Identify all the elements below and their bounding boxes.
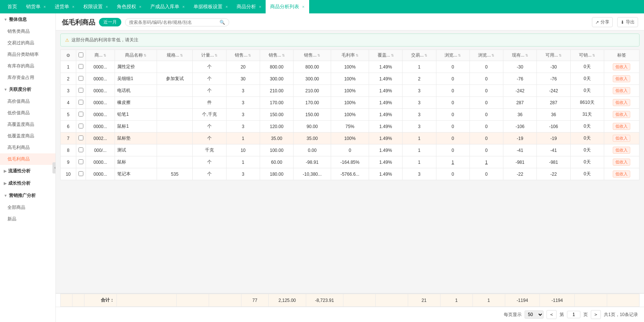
next-page-button[interactable]: ＞ (591, 310, 601, 319)
sidebar-collapse-button[interactable]: « (52, 162, 56, 173)
views1-link[interactable]: 1 (452, 160, 454, 165)
search-icon[interactable]: 🔍 (220, 20, 225, 25)
close-icon[interactable]: × (44, 4, 46, 9)
share-button[interactable]: ↗ 分享 (592, 17, 613, 27)
settings-icon[interactable]: ⚙ (66, 53, 70, 58)
page-input[interactable] (567, 311, 580, 318)
col-unit[interactable]: 计量...⇅ (193, 50, 226, 61)
views2-link[interactable]: 1 (485, 160, 488, 165)
nav-item-product-entry[interactable]: 产成品入库单 × (146, 0, 189, 13)
row-name[interactable]: 属性定价 (115, 61, 157, 73)
nav-item-purchase[interactable]: 进货单 × (50, 0, 79, 13)
sidebar-item-new-products[interactable]: 新品 (0, 213, 55, 225)
row-name[interactable]: 吴细细1 (115, 73, 157, 85)
nav-item-analysis[interactable]: 商品分析 × (232, 0, 266, 13)
col-sales-qty[interactable]: 销售...⇅ (226, 50, 260, 61)
row-name[interactable]: 电话机 (115, 85, 157, 97)
sidebar-item-category-rate[interactable]: 商品分类助销率 (0, 49, 55, 60)
tag-badge: 低收入 (613, 99, 630, 106)
sidebar-item-high-value[interactable]: 高价值商品 (0, 96, 55, 107)
sidebar-item-traded-products[interactable]: 交易过的商品 (0, 37, 55, 49)
row-views1[interactable]: 0 (436, 133, 470, 144)
row-code: 0000... (86, 109, 115, 121)
col-sellable-days[interactable]: 可销...⇅ (570, 50, 604, 61)
sidebar-item-low-coverage[interactable]: 低覆盖度商品 (0, 130, 55, 142)
nav-item-permissions[interactable]: 权限设置 × (79, 0, 112, 13)
row-views1[interactable]: 0 (436, 73, 470, 85)
row-views1[interactable]: 0 (436, 61, 470, 73)
row-name[interactable]: 测试 (115, 144, 157, 156)
row-checkbox[interactable] (79, 100, 83, 105)
close-icon[interactable]: × (259, 4, 261, 9)
prev-page-button[interactable]: ＜ (547, 310, 557, 319)
row-checkbox[interactable] (79, 147, 83, 152)
export-button[interactable]: ⬇ 导出 (617, 17, 638, 27)
close-icon[interactable]: × (302, 4, 304, 9)
col-available-stock[interactable]: 可用...⇅ (537, 50, 570, 61)
sidebar-item-stock-products[interactable]: 有库存的商品 (0, 60, 55, 72)
row-no: 8 (61, 144, 76, 156)
row-views1[interactable]: 0 (436, 109, 470, 121)
sidebar-section-overall[interactable]: ▼ 整体信息 (0, 13, 55, 26)
col-transactions[interactable]: 交易...⇅ (403, 50, 436, 61)
search-input[interactable] (129, 20, 218, 25)
row-checkbox[interactable] (79, 136, 83, 140)
row-views1[interactable]: 0 (436, 97, 470, 109)
row-views1[interactable]: 0 (436, 85, 470, 97)
tag-badge: 低收入 (613, 135, 630, 142)
row-checkbox[interactable] (79, 64, 83, 69)
col-name[interactable]: 商品名称⇅ (115, 50, 157, 61)
col-views1[interactable]: 浏览...⇅ (436, 50, 470, 61)
time-filter-button[interactable]: 近一月 (99, 18, 121, 26)
row-checkbox[interactable] (79, 76, 83, 81)
col-tag[interactable]: 标签 (604, 50, 639, 61)
sidebar-item-inventory-capital[interactable]: 库存资金占用 (0, 72, 55, 83)
row-checkbox[interactable] (79, 88, 83, 93)
sidebar-item-low-value[interactable]: 低价值商品 (0, 107, 55, 119)
col-sales-price[interactable]: 销售...⇅ (260, 50, 293, 61)
sidebar-section-marketing[interactable]: ▼ 营销推广分析 (0, 189, 55, 202)
close-icon[interactable]: × (225, 4, 228, 9)
row-name[interactable]: 鼠标1 (115, 121, 157, 133)
nav-item-home[interactable]: 首页 (3, 0, 22, 13)
col-spec[interactable]: 规格...⇅ (157, 50, 193, 61)
col-gross-margin[interactable]: 毛利率⇅ (331, 50, 369, 61)
row-name[interactable]: 橡皮擦 (115, 97, 157, 109)
nav-item-roles[interactable]: 角色授权 × (112, 0, 146, 13)
row-name[interactable]: 铅笔1 (115, 109, 157, 121)
sidebar-item-high-coverage[interactable]: 高覆盖度商品 (0, 119, 55, 130)
sidebar-section-relevance[interactable]: ▼ 关联度分析 (0, 83, 55, 96)
row-checkbox[interactable] (79, 171, 83, 176)
close-icon[interactable]: × (139, 4, 141, 9)
sidebar-section-growth[interactable]: ▶ 成长性分析 (0, 177, 55, 189)
row-name[interactable]: 鼠标垫 (115, 133, 157, 144)
col-views2[interactable]: 浏览...⇅ (470, 50, 503, 61)
col-settings[interactable]: ⚙ (61, 50, 76, 61)
sidebar-item-low-margin[interactable]: 低毛利商品 (0, 153, 55, 165)
nav-item-analysis-list[interactable]: 商品分析列表 × (266, 0, 309, 13)
sidebar-item-sales-products[interactable]: 销售类商品 (0, 26, 55, 37)
row-views1[interactable]: 1 (436, 156, 470, 168)
col-coverage[interactable]: 覆盖...⇅ (369, 50, 402, 61)
col-sales-amount[interactable]: 销售...⇅ (294, 50, 331, 61)
per-page-select[interactable]: 50 20 100 (525, 310, 544, 319)
nav-item-sales[interactable]: 销货单 × (22, 0, 50, 13)
nav-item-template[interactable]: 单据模板设置 × (189, 0, 232, 13)
row-checkbox[interactable] (79, 124, 83, 128)
row-checkbox[interactable] (79, 159, 83, 164)
col-code[interactable]: 商...⇅ (86, 50, 115, 61)
close-icon[interactable]: × (72, 4, 74, 9)
row-checkbox[interactable] (79, 112, 83, 117)
row-views1[interactable]: 0 (436, 144, 470, 156)
row-views1[interactable]: 0 (436, 168, 470, 180)
sidebar-item-high-margin[interactable]: 高毛利商品 (0, 142, 55, 153)
row-name[interactable]: 笔记本 (115, 168, 157, 180)
sidebar-item-all-products[interactable]: 全部商品 (0, 202, 55, 213)
select-all-checkbox[interactable] (79, 52, 83, 57)
row-name[interactable]: 鼠标 (115, 156, 157, 168)
sidebar-section-liquidity[interactable]: ▶ 流通性分析 (0, 165, 55, 177)
row-views1[interactable]: 0 (436, 121, 470, 133)
col-current-stock[interactable]: 现有...⇅ (503, 50, 537, 61)
close-icon[interactable]: × (106, 4, 108, 9)
close-icon[interactable]: × (182, 4, 185, 9)
